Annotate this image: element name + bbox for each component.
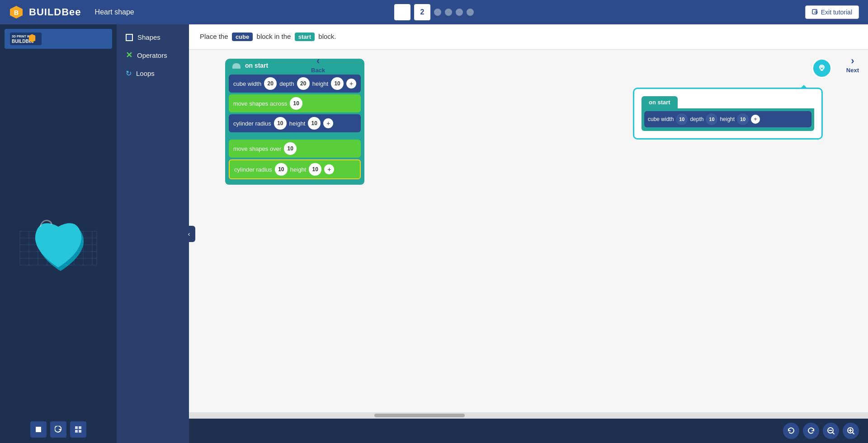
move-over-val: 10 <box>284 142 297 155</box>
svg-rect-29 <box>79 430 81 433</box>
undo-button[interactable] <box>783 423 799 439</box>
cylinder-block-2: cylinder radius 10 height 10 + <box>229 159 361 179</box>
redo-button[interactable] <box>803 423 819 439</box>
right-panel: Place the cube block in the start block.… <box>189 24 868 443</box>
grid-icon <box>75 426 82 433</box>
svg-rect-28 <box>75 430 78 433</box>
hint-on-start: on start cube width 10 depth 10 height 1… <box>642 96 814 131</box>
hint-val1: 10 <box>676 113 688 125</box>
svg-text:B: B <box>14 9 19 16</box>
progress-step-5 <box>456 9 463 16</box>
next-label: Next <box>846 67 859 74</box>
back-button[interactable]: ‹ Back <box>311 55 325 74</box>
shapes-label: Shapes <box>137 33 160 41</box>
svg-rect-2 <box>399 9 406 14</box>
cube-plus-icon[interactable]: + <box>346 79 356 89</box>
buildbee-small-logo: 3D PRINT WITH BUILDBee <box>10 33 42 45</box>
progress-step-6 <box>467 9 474 16</box>
cyl2-val2: 10 <box>309 163 321 176</box>
progress-area: 2 <box>394 4 474 20</box>
cube-val3: 10 <box>331 77 344 90</box>
scratch-stack: on start cube width 20 depth 20 height 1… <box>225 59 364 185</box>
cyl1-label2: height <box>289 120 305 127</box>
hint-cube-label2: depth <box>690 116 703 122</box>
next-button[interactable]: › Next <box>846 55 859 74</box>
collapse-button[interactable]: ‹ <box>183 226 195 242</box>
progress-step-icon <box>394 4 410 20</box>
cyl1-val2: 10 <box>308 117 321 130</box>
logo-area: B BUILDBee <box>9 5 81 19</box>
zoom-out-button[interactable] <box>823 423 839 439</box>
cyl1-val1: 10 <box>274 117 287 130</box>
move-shapes-block: move shapes across 10 <box>229 94 361 112</box>
next-arrow-icon: › <box>851 55 854 67</box>
loops-icon: ↻ <box>126 69 132 78</box>
nav-item-shapes[interactable]: Shapes <box>117 29 189 46</box>
instruction-block-cube: cube <box>232 33 253 41</box>
exit-label: Exit tutorial <box>821 9 852 16</box>
zoom-in-button[interactable] <box>843 423 859 439</box>
stop-icon <box>35 426 42 433</box>
grid-button[interactable] <box>70 421 86 438</box>
nav-item-loops[interactable]: ↻ Loops <box>117 65 189 82</box>
page-title: Heart shape <box>95 8 134 16</box>
cube-label1: cube width <box>233 80 261 87</box>
move-shapes-over-block: move shapes over 10 <box>229 140 361 158</box>
hint-button[interactable] <box>812 58 832 78</box>
main-layout: 3D PRINT WITH BUILDBee <box>0 24 868 443</box>
svg-rect-3 <box>401 14 404 15</box>
canvas-3d <box>0 53 117 416</box>
stop-button[interactable] <box>30 421 47 438</box>
instruction-text1: Place the <box>200 33 228 40</box>
progress-step-3 <box>434 9 441 16</box>
cube-block: cube width 20 depth 20 height 10 + <box>229 75 361 93</box>
cube-val1: 20 <box>264 77 277 90</box>
operators-label: Operators <box>137 51 167 59</box>
zoom-in-icon <box>847 427 855 435</box>
loops-label: Loops <box>136 70 155 77</box>
on-start-label: on start <box>245 62 268 69</box>
scroll-bar-area <box>189 412 868 419</box>
bottom-controls <box>0 416 117 443</box>
svg-rect-27 <box>79 426 81 429</box>
cube-label3: height <box>312 80 328 87</box>
blocks-nav: Shapes ✕ Operators ↻ Loops <box>117 24 189 87</box>
move-val: 10 <box>290 97 302 110</box>
middle-panel: ‹ Shapes ✕ Operators ↻ Loops <box>117 24 189 443</box>
svg-marker-8 <box>29 34 35 42</box>
svg-rect-25 <box>36 427 41 432</box>
hint-cube-label1: cube width <box>648 116 674 122</box>
hint-val3: 10 <box>737 113 749 125</box>
scroll-thumb[interactable] <box>374 414 465 417</box>
svg-line-35 <box>833 433 834 434</box>
exit-tutorial-button[interactable]: Exit tutorial <box>805 5 859 19</box>
logo-icon: B <box>9 5 24 19</box>
cyl1-label1: cylinder radius <box>233 120 271 127</box>
move-over-label: move shapes over <box>233 145 281 152</box>
step-number: 2 <box>420 8 425 16</box>
back-label: Back <box>311 67 325 74</box>
instruction-text3: block. <box>318 33 336 40</box>
monitor-icon <box>398 8 407 17</box>
hint-val2: 10 <box>706 113 717 125</box>
cube-label2: depth <box>279 80 294 87</box>
on-start-block: on start <box>225 59 364 72</box>
svg-point-32 <box>821 66 823 68</box>
cyl2-plus-icon[interactable]: + <box>324 164 334 174</box>
cyl1-plus-icon[interactable]: + <box>323 118 333 128</box>
hint-plus-icon[interactable]: + <box>751 115 760 124</box>
cyl2-val1: 10 <box>275 163 288 176</box>
3d-canvas-svg <box>11 193 106 276</box>
hint-popup: on start cube width 10 depth 10 height 1… <box>633 88 823 140</box>
undo-icon <box>787 427 795 435</box>
cylinder-block-1: cylinder radius 10 height 10 + <box>229 114 361 132</box>
instruction-block-start: start <box>295 33 315 41</box>
refresh-button[interactable] <box>50 421 66 438</box>
svg-line-39 <box>853 433 854 434</box>
hint-on-start-label: on start <box>642 96 678 108</box>
progress-step-2: 2 <box>414 4 430 20</box>
nav-item-operators[interactable]: ✕ Operators <box>117 46 189 65</box>
progress-step-4 <box>445 9 452 16</box>
back-arrow-icon: ‹ <box>316 55 320 67</box>
buildbee-logo-small: 3D PRINT WITH BUILDBee <box>5 29 112 49</box>
